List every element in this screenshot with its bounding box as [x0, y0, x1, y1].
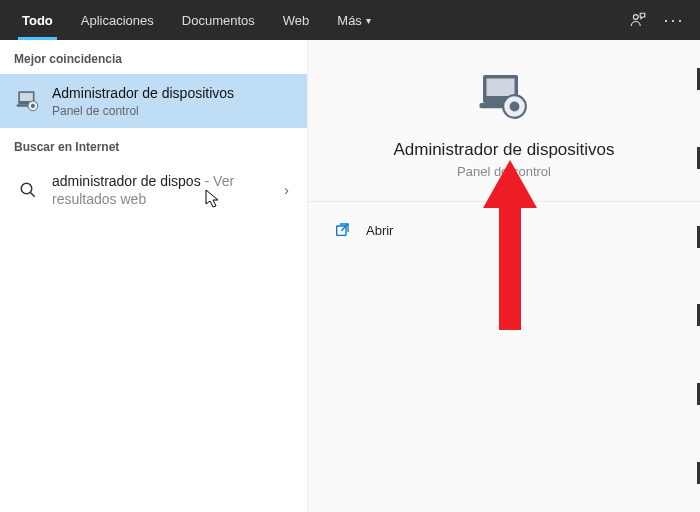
ellipsis-icon: ··· [663, 10, 684, 31]
tab-more[interactable]: Más ▾ [323, 0, 385, 40]
action-label: Abrir [366, 223, 393, 238]
chevron-down-icon: ▾ [366, 15, 371, 26]
action-open[interactable]: Abrir [308, 210, 700, 250]
tab-label: Documentos [182, 13, 255, 28]
svg-point-12 [510, 102, 520, 112]
detail-subtitle: Panel de control [328, 164, 680, 179]
tab-all[interactable]: Todo [8, 0, 67, 40]
tab-web[interactable]: Web [269, 0, 324, 40]
result-title: administrador de dispos - Ver resultados… [52, 172, 280, 208]
result-best-match[interactable]: Administrador de dispositivos Panel de c… [0, 74, 307, 128]
section-search-web: Buscar en Internet [0, 128, 307, 162]
svg-point-5 [31, 104, 35, 108]
device-manager-large-icon [476, 68, 532, 124]
search-filter-tabbar: Todo Aplicaciones Documentos Web Más ▾ ·… [0, 0, 700, 40]
open-icon [332, 220, 352, 240]
svg-rect-9 [487, 79, 515, 97]
section-best-match: Mejor coincidencia [0, 40, 307, 74]
svg-point-6 [21, 184, 32, 195]
chevron-right-icon: › [280, 182, 293, 198]
result-title: Administrador de dispositivos [52, 84, 293, 102]
tab-label: Todo [22, 13, 53, 28]
svg-rect-2 [20, 93, 33, 101]
device-manager-icon [14, 87, 42, 115]
tab-apps[interactable]: Aplicaciones [67, 0, 168, 40]
feedback-button[interactable] [620, 0, 656, 40]
result-web-search[interactable]: administrador de dispos - Ver resultados… [0, 162, 307, 218]
tab-label: Web [283, 13, 310, 28]
options-button[interactable]: ··· [656, 0, 692, 40]
tab-label: Aplicaciones [81, 13, 154, 28]
svg-line-7 [30, 193, 35, 198]
search-icon [14, 176, 42, 204]
detail-title: Administrador de dispositivos [328, 140, 680, 160]
person-feedback-icon [629, 11, 647, 29]
result-subtitle: Panel de control [52, 104, 293, 118]
detail-panel: Administrador de dispositivos Panel de c… [308, 40, 700, 512]
tab-docs[interactable]: Documentos [168, 0, 269, 40]
svg-point-0 [633, 15, 638, 20]
tab-label: Más [337, 13, 362, 28]
results-panel: Mejor coincidencia Administrador de disp… [0, 40, 308, 512]
